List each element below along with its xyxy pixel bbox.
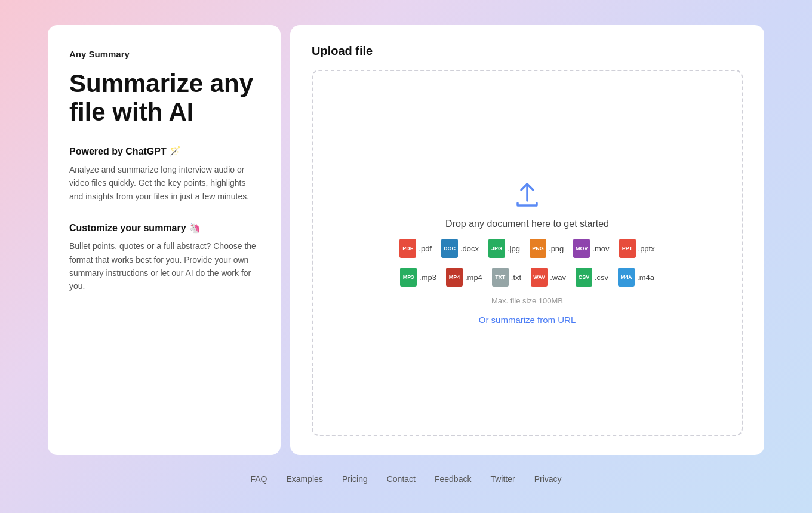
max-size-text: Max. file size 100MB bbox=[491, 296, 563, 305]
file-type-png: PNG .png bbox=[530, 239, 564, 258]
pptx-ext: .pptx bbox=[638, 244, 655, 253]
footer: FAQExamplesPricingContactFeedbackTwitter… bbox=[250, 469, 561, 489]
upload-icon bbox=[513, 180, 542, 209]
csv-ext: .csv bbox=[595, 273, 608, 282]
file-types-row-1: PDF .pdf DOC .docx JPG .jpg PNG .png MOV bbox=[399, 239, 654, 258]
footer-link-twitter[interactable]: Twitter bbox=[490, 474, 515, 484]
mp4-ext: .mp4 bbox=[465, 273, 482, 282]
jpg-icon: JPG bbox=[488, 239, 505, 258]
m4a-icon: M4A bbox=[618, 268, 635, 287]
png-ext: .png bbox=[549, 244, 564, 253]
brand-name: Any Summary bbox=[69, 49, 130, 59]
csv-icon: CSV bbox=[576, 268, 592, 287]
footer-link-faq[interactable]: FAQ bbox=[250, 474, 267, 484]
file-type-docx: DOC .docx bbox=[441, 239, 479, 258]
summarize-url-link[interactable]: Or summarize from URL bbox=[479, 315, 576, 325]
upload-title: Upload file bbox=[312, 44, 743, 58]
footer-link-contact[interactable]: Contact bbox=[387, 474, 416, 484]
hero-section: Summarize any file with AI bbox=[69, 79, 259, 127]
feature-chatgpt-text: Analyze and summarize long interview aud… bbox=[69, 163, 259, 203]
png-icon: PNG bbox=[530, 239, 546, 258]
left-panel: Any Summary Summarize any file with AI P… bbox=[48, 25, 281, 455]
file-type-txt: TXT .txt bbox=[492, 268, 521, 287]
footer-link-pricing[interactable]: Pricing bbox=[342, 474, 368, 484]
feature-customize-text: Bullet points, quotes or a full abstract… bbox=[69, 239, 259, 293]
feature-customize: Customize your summary 🦄 Bullet points, … bbox=[69, 222, 259, 293]
jpg-ext: .jpg bbox=[508, 244, 520, 253]
mp4-icon: MP4 bbox=[446, 268, 463, 287]
txt-ext: .txt bbox=[511, 273, 521, 282]
drop-text: Drop any document here to get started bbox=[445, 219, 609, 229]
docx-ext: .docx bbox=[460, 244, 479, 253]
docx-icon: DOC bbox=[441, 239, 458, 258]
wav-icon: WAV bbox=[531, 268, 548, 287]
m4a-ext: .m4a bbox=[637, 273, 654, 282]
pdf-icon: PDF bbox=[399, 239, 416, 258]
hero-title: Summarize any file with AI bbox=[69, 69, 259, 127]
mp3-ext: .mp3 bbox=[419, 273, 436, 282]
file-type-pptx: PPT .pptx bbox=[619, 239, 655, 258]
file-type-mov: MOV .mov bbox=[573, 239, 609, 258]
file-type-mp3: MP3 .mp3 bbox=[400, 268, 436, 287]
mp3-icon: MP3 bbox=[400, 268, 417, 287]
file-type-pdf: PDF .pdf bbox=[399, 239, 432, 258]
right-panel: Upload file Drop any document here to ge… bbox=[290, 25, 764, 455]
file-type-csv: CSV .csv bbox=[576, 268, 608, 287]
feature-customize-heading: Customize your summary 🦄 bbox=[69, 222, 259, 234]
mov-icon: MOV bbox=[573, 239, 590, 258]
file-type-mp4: MP4 .mp4 bbox=[446, 268, 482, 287]
file-type-wav: WAV .wav bbox=[531, 268, 566, 287]
footer-link-privacy[interactable]: Privacy bbox=[534, 474, 562, 484]
pptx-icon: PPT bbox=[619, 239, 636, 258]
mov-ext: .mov bbox=[592, 244, 609, 253]
footer-link-examples[interactable]: Examples bbox=[286, 474, 322, 484]
file-type-jpg: JPG .jpg bbox=[488, 239, 520, 258]
pdf-ext: .pdf bbox=[419, 244, 432, 253]
feature-chatgpt: Powered by ChatGPT 🪄 Analyze and summari… bbox=[69, 146, 259, 203]
file-types-row-2: MP3 .mp3 MP4 .mp4 TXT .txt WAV .wav CSV bbox=[400, 268, 654, 287]
feature-chatgpt-heading: Powered by ChatGPT 🪄 bbox=[69, 146, 259, 157]
footer-link-feedback[interactable]: Feedback bbox=[435, 474, 471, 484]
txt-icon: TXT bbox=[492, 268, 509, 287]
drop-zone[interactable]: Drop any document here to get started PD… bbox=[312, 70, 743, 436]
main-container: Any Summary Summarize any file with AI P… bbox=[48, 25, 764, 455]
file-type-m4a: M4A .m4a bbox=[618, 268, 654, 287]
brand-label: Any Summary bbox=[69, 49, 259, 60]
wav-ext: .wav bbox=[550, 273, 566, 282]
